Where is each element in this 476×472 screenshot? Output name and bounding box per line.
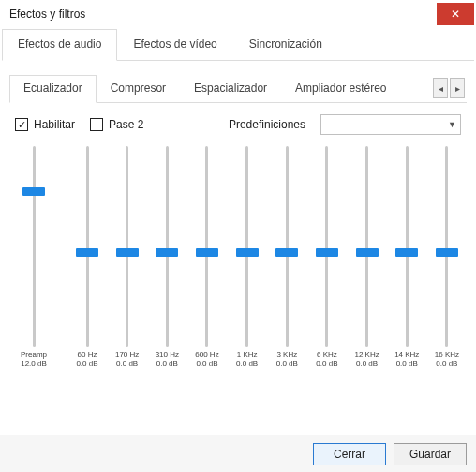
preamp-label: Preamp bbox=[21, 350, 47, 360]
window-title: Efectos y filtros bbox=[9, 7, 437, 21]
band-thumb[interactable] bbox=[116, 248, 139, 257]
preamp-thumb[interactable] bbox=[22, 187, 45, 196]
band-freq: 60 Hz bbox=[78, 350, 97, 360]
band-slider[interactable] bbox=[389, 146, 424, 350]
band-slider[interactable] bbox=[309, 146, 345, 350]
band-column: 12 KHz0.0 dB bbox=[350, 146, 385, 429]
band-gain: 0.0 dB bbox=[196, 360, 217, 368]
pass2-checkbox[interactable]: Pase 2 bbox=[90, 118, 143, 131]
preamp-value: 12.0 dB bbox=[21, 360, 47, 368]
band-column: 1 KHz0.0 dB bbox=[230, 146, 265, 429]
band-freq: 16 KHz bbox=[435, 350, 459, 360]
chevron-left-icon: ◂ bbox=[439, 83, 443, 94]
band-gain: 0.0 dB bbox=[316, 360, 337, 368]
presets-dropdown[interactable]: ▼ bbox=[320, 114, 461, 135]
band-freq: 600 Hz bbox=[195, 350, 218, 360]
band-column: 16 KHz0.0 dB bbox=[429, 146, 465, 429]
tab-equalizer[interactable]: Ecualizador bbox=[9, 75, 97, 103]
band-freq: 170 Hz bbox=[115, 350, 139, 360]
panel-audio-effects: Ecualizador Compresor Espacializador Amp… bbox=[0, 61, 476, 435]
band-slider[interactable] bbox=[149, 146, 185, 350]
band-slider[interactable] bbox=[429, 146, 465, 350]
band-thumb[interactable] bbox=[196, 248, 218, 257]
band-thumb[interactable] bbox=[316, 248, 338, 257]
band-slider[interactable] bbox=[350, 146, 385, 350]
footer: Cerrar Guardar bbox=[0, 435, 476, 472]
band-slider[interactable] bbox=[110, 146, 145, 350]
band-freq: 6 KHz bbox=[317, 350, 337, 360]
tab-spatializer[interactable]: Espacializador bbox=[180, 75, 281, 103]
tab-stereo-widener[interactable]: Ampliador estéreo bbox=[281, 75, 400, 103]
band-slider[interactable] bbox=[269, 146, 305, 350]
band-gain: 0.0 dB bbox=[236, 360, 258, 368]
chevron-down-icon: ▼ bbox=[448, 120, 456, 129]
band-freq: 14 KHz bbox=[394, 350, 419, 360]
band-thumb[interactable] bbox=[236, 248, 259, 257]
band-thumb[interactable] bbox=[76, 248, 98, 257]
enable-checkbox[interactable]: ✓ Habilitar bbox=[15, 118, 75, 131]
band-thumb[interactable] bbox=[275, 248, 298, 257]
tab-compressor[interactable]: Compresor bbox=[97, 75, 180, 103]
band-gain: 0.0 dB bbox=[356, 360, 378, 368]
band-freq: 310 Hz bbox=[156, 350, 179, 360]
preamp-slider[interactable] bbox=[17, 146, 51, 350]
band-column: 310 Hz0.0 dB bbox=[149, 146, 185, 429]
tab-synchronization[interactable]: Sincronización bbox=[233, 29, 338, 61]
band-gain: 0.0 dB bbox=[76, 360, 97, 368]
checkbox-box bbox=[90, 118, 103, 131]
band-thumb[interactable] bbox=[156, 248, 178, 257]
options-row: ✓ Habilitar Pase 2 Predefiniciones ▼ bbox=[9, 103, 467, 140]
band-gain: 0.0 dB bbox=[396, 360, 418, 368]
checkbox-box: ✓ bbox=[15, 118, 28, 131]
band-slider[interactable] bbox=[69, 146, 105, 350]
band-gain: 0.0 dB bbox=[436, 360, 457, 368]
band-thumb[interactable] bbox=[356, 248, 379, 257]
band-column: 6 KHz0.0 dB bbox=[309, 146, 345, 429]
chevron-right-icon: ▸ bbox=[455, 83, 460, 94]
band-column: 60 Hz0.0 dB bbox=[69, 146, 105, 429]
band-slider[interactable] bbox=[189, 146, 225, 350]
band-thumb[interactable] bbox=[395, 248, 418, 257]
tab-scroll-left[interactable]: ◂ bbox=[433, 78, 448, 98]
close-icon: ✕ bbox=[451, 7, 460, 21]
band-freq: 1 KHz bbox=[237, 350, 258, 360]
band-column: 14 KHz0.0 dB bbox=[389, 146, 424, 429]
outer-tabs: Efectos de audio Efectos de vídeo Sincro… bbox=[2, 28, 474, 61]
equalizer-area: Preamp 12.0 dB 60 Hz0.0 dB170 Hz0.0 dB31… bbox=[9, 140, 467, 431]
enable-label: Habilitar bbox=[34, 118, 75, 131]
band-slider[interactable] bbox=[230, 146, 265, 350]
band-gain: 0.0 dB bbox=[116, 360, 138, 368]
tab-scroll: ◂ ▸ bbox=[431, 74, 467, 102]
bands-container: 60 Hz0.0 dB170 Hz0.0 dB310 Hz0.0 dB600 H… bbox=[51, 146, 465, 429]
band-gain: 0.0 dB bbox=[276, 360, 298, 368]
tab-audio-effects[interactable]: Efectos de audio bbox=[2, 29, 117, 61]
presets-label: Predefiniciones bbox=[229, 118, 305, 131]
band-column: 600 Hz0.0 dB bbox=[189, 146, 225, 429]
band-thumb[interactable] bbox=[436, 248, 458, 257]
pass2-label: Pase 2 bbox=[109, 118, 143, 131]
window: Efectos y filtros ✕ Efectos de audio Efe… bbox=[0, 0, 476, 472]
save-button[interactable]: Guardar bbox=[394, 443, 467, 465]
close-dialog-button[interactable]: Cerrar bbox=[313, 443, 386, 465]
band-column: 3 KHz0.0 dB bbox=[269, 146, 305, 429]
preamp-column: Preamp 12.0 dB bbox=[17, 146, 51, 429]
band-column: 170 Hz0.0 dB bbox=[110, 146, 145, 429]
inner-tabs: Ecualizador Compresor Espacializador Amp… bbox=[9, 74, 467, 103]
titlebar: Efectos y filtros ✕ bbox=[0, 0, 476, 28]
band-freq: 3 KHz bbox=[276, 350, 297, 360]
tab-scroll-right[interactable]: ▸ bbox=[450, 78, 465, 98]
tab-video-effects[interactable]: Efectos de vídeo bbox=[117, 29, 232, 61]
band-gain: 0.0 dB bbox=[156, 360, 178, 368]
close-button[interactable]: ✕ bbox=[437, 3, 474, 25]
band-freq: 12 KHz bbox=[354, 350, 379, 360]
